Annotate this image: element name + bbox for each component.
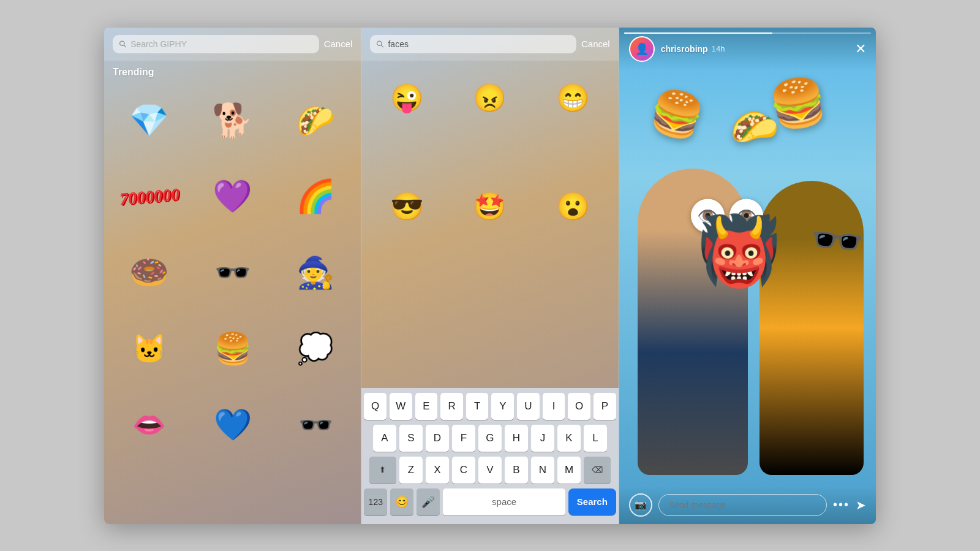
giphy-panel: Cancel Trending 💎 🐕 🌮 7000000 💜 🌈 <box>104 28 361 524</box>
list-item[interactable]: 🐱 <box>109 312 190 386</box>
svg-line-1 <box>124 45 126 47</box>
list-item[interactable]: 🌈 <box>276 160 356 234</box>
grinning-face-sticker: 😁 <box>556 82 590 114</box>
key-H[interactable]: H <box>505 425 528 452</box>
story-background: 🍔 🍔 🌮 👁️ 👁️ 👹 🕶️ <box>619 28 876 524</box>
story-sunglasses: 🕶️ <box>809 214 866 268</box>
list-item[interactable]: 🌮 <box>276 84 356 158</box>
donut-sticker: 🍩 <box>129 254 169 291</box>
key-Q[interactable]: Q <box>364 393 386 420</box>
key-R[interactable]: R <box>440 393 463 420</box>
list-item[interactable]: 😠 <box>450 64 529 132</box>
key-P[interactable]: P <box>594 393 616 420</box>
keyboard: Q W E R T Y U I O P A S D F G H J K <box>361 388 618 524</box>
camera-button[interactable]: 📷 <box>629 493 652 517</box>
key-S[interactable]: S <box>399 425 423 452</box>
list-item[interactable]: 7000000 <box>109 160 190 234</box>
taco-sticker: 🌮 <box>296 103 334 139</box>
wizard-sticker: 🧙 <box>296 255 334 291</box>
key-L[interactable]: L <box>584 425 607 452</box>
key-W[interactable]: W <box>390 393 412 420</box>
key-V[interactable]: V <box>478 457 502 484</box>
star-eyes-sticker: 🤩 <box>473 191 507 222</box>
key-D[interactable]: D <box>426 425 449 452</box>
key-K[interactable]: K <box>557 425 581 452</box>
send-icon[interactable]: ➤ <box>856 498 866 512</box>
list-item[interactable]: 🐕 <box>192 84 273 158</box>
cat-sticker: 🐱 <box>132 332 167 365</box>
close-icon[interactable]: ✕ <box>855 41 866 57</box>
spacebar[interactable]: space <box>443 488 565 515</box>
story-bottom-bar: 📷 ••• ➤ <box>619 486 876 524</box>
key-C[interactable]: C <box>452 457 475 484</box>
cool-face-sticker: 😎 <box>390 191 424 222</box>
story-progress-fill <box>624 32 772 34</box>
faces-search-input[interactable] <box>388 39 570 49</box>
cloud-sticker: 💭 <box>297 332 334 366</box>
mic-key[interactable]: 🎤 <box>417 488 440 515</box>
screens-container: Cancel Trending 💎 🐕 🌮 7000000 💜 🌈 <box>104 28 876 524</box>
key-A[interactable]: A <box>373 425 396 452</box>
faces-cancel-button[interactable]: Cancel <box>581 39 610 49</box>
list-item[interactable]: 👄 <box>109 388 190 462</box>
story-header: 👤 chrisrobinp 14h ✕ <box>619 28 876 70</box>
key-O[interactable]: O <box>568 393 590 420</box>
key-F[interactable]: F <box>452 425 475 452</box>
burger-sticker: 🍔 <box>214 331 252 367</box>
faces-search-bar: Cancel <box>361 28 618 61</box>
list-item[interactable]: 💙 <box>192 388 273 462</box>
list-item[interactable]: 💜 <box>192 160 273 234</box>
faces-panel: Cancel 😜 😠 😁 😎 🤩 😮 <box>361 28 618 524</box>
key-X[interactable]: X <box>426 457 449 484</box>
list-item[interactable]: 🧙 <box>276 236 356 310</box>
send-message-input[interactable] <box>658 494 827 516</box>
key-G[interactable]: G <box>478 425 502 452</box>
key-N[interactable]: N <box>531 457 554 484</box>
key-E[interactable]: E <box>415 393 438 420</box>
faces-search-input-wrap[interactable] <box>370 35 576 53</box>
key-I[interactable]: I <box>543 393 565 420</box>
list-item[interactable]: 😜 <box>368 64 447 132</box>
list-item[interactable]: 😁 <box>533 64 612 132</box>
list-item[interactable]: 🍔 <box>192 312 273 386</box>
list-item[interactable]: 🕶️ <box>276 388 356 462</box>
search-key[interactable]: Search <box>568 488 616 515</box>
key-T[interactable]: T <box>466 393 489 420</box>
key-Z[interactable]: Z <box>399 457 423 484</box>
key-Y[interactable]: Y <box>491 393 514 420</box>
giphy-search-bar: Cancel <box>104 28 361 61</box>
story-image-area: 🍔 🍔 🌮 👁️ 👁️ 👹 🕶️ <box>619 28 876 524</box>
num-key[interactable]: 123 <box>364 488 387 515</box>
story-burger-1: 🍔 <box>644 83 709 145</box>
giphy-search-input-wrap[interactable] <box>113 35 319 53</box>
more-options-icon[interactable]: ••• <box>833 498 850 512</box>
story-progress-bar <box>624 32 871 34</box>
giphy-cancel-button[interactable]: Cancel <box>324 39 353 49</box>
list-item[interactable]: 😎 <box>368 173 447 240</box>
lips-sticker: 👄 <box>132 409 166 441</box>
key-B[interactable]: B <box>505 457 528 484</box>
list-item[interactable]: 🤩 <box>450 173 529 240</box>
keyboard-row-3: ⬆ Z X C V B N M ⌫ <box>364 457 616 484</box>
purple-heart-sticker: 💜 <box>213 178 252 215</box>
emoji-key[interactable]: 😊 <box>390 488 413 515</box>
backspace-key[interactable]: ⌫ <box>584 457 611 484</box>
key-J[interactable]: J <box>531 425 554 452</box>
svg-line-3 <box>382 45 383 47</box>
giphy-search-input[interactable] <box>130 39 312 49</box>
list-item[interactable]: 🍩 <box>109 236 190 310</box>
silly-face-sticker: 😜 <box>390 82 424 114</box>
list-item[interactable]: 🕶️ <box>192 236 273 310</box>
list-item[interactable]: 💭 <box>276 312 356 386</box>
key-U[interactable]: U <box>517 393 540 420</box>
story-time: 14h <box>712 44 725 53</box>
key-M[interactable]: M <box>557 457 581 484</box>
search-icon <box>376 40 384 48</box>
glasses-sticker: 🕶️ <box>214 256 251 290</box>
shift-key[interactable]: ⬆ <box>369 457 396 484</box>
story-username: chrisrobinp <box>661 44 708 54</box>
shocked-face-sticker: 😮 <box>556 191 590 222</box>
keyboard-row-1: Q W E R T Y U I O P <box>364 393 616 420</box>
list-item[interactable]: 💎 <box>109 84 190 158</box>
list-item[interactable]: 😮 <box>533 173 612 240</box>
